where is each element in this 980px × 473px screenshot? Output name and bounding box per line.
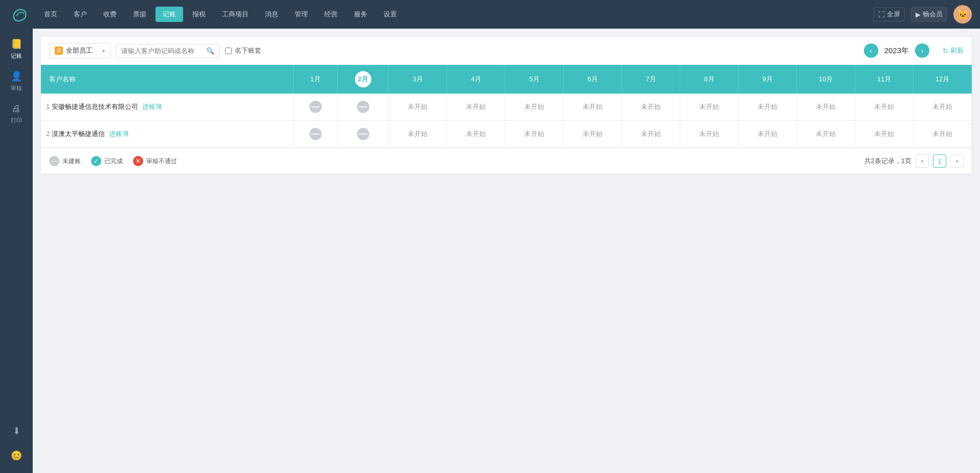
month-cell-3: 未开始 [389, 94, 447, 121]
nav-home[interactable]: 首页 [37, 7, 64, 22]
play-icon: ▶ [916, 11, 921, 18]
col-month-8: 8月 [680, 65, 739, 94]
month-cell-12: 未开始 [913, 121, 971, 148]
status-text: 未开始 [758, 103, 777, 110]
status-not-started-icon: — [357, 101, 369, 113]
refresh-button[interactable]: ↻ 刷新 [943, 46, 964, 55]
col-month-2: 2月 [337, 65, 389, 94]
toolbar: 员 全部员工 ▾ 🔍 名下账套 ‹ 2023年 › ↻ 刷新 [41, 37, 972, 65]
customer-cell: 2漠澳太平畅捷通信进账簿 [41, 121, 294, 148]
status-text: 未开始 [699, 130, 719, 138]
audit-icon: 👤 [10, 70, 23, 82]
status-text: 未开始 [408, 103, 428, 110]
nav-operation[interactable]: 经营 [317, 7, 345, 22]
customer-name: 安徽畅捷通信息技术有限公司 [52, 103, 138, 110]
avatar[interactable]: 🐱 [953, 5, 972, 24]
total-records: 共2条记录，1页 [864, 156, 911, 166]
my-ledger-toggle: 名下账套 [225, 46, 261, 55]
col-month-7: 7月 [622, 65, 680, 94]
sidebar-item-bookkeeping[interactable]: 📒 记账 [0, 33, 33, 65]
sidebar-audit-label: 审核 [11, 84, 22, 92]
fullscreen-button[interactable]: ⛶ 全屏 [874, 7, 905, 21]
sidebar: 📒 记账 👤 审核 🖨 打印 ⬇ 😊 [0, 29, 33, 473]
nav-bookkeeping[interactable]: 记账 [155, 7, 183, 22]
legend-completed: ✓ 已完成 [91, 156, 123, 166]
status-text: 未开始 [874, 130, 894, 138]
status-text: 未开始 [408, 130, 428, 138]
year-display: 2023年 [884, 46, 909, 56]
member-button[interactable]: ▶ 畅会员 [911, 7, 947, 21]
col-month-6: 6月 [564, 65, 622, 94]
nav-business[interactable]: 工商项目 [215, 7, 256, 22]
page-number-1[interactable]: 1 [933, 154, 946, 168]
bookkeeping-table: 客户名称 1月 2月 3月 4月 5月 6月 7月 8月 9月 10月 [41, 65, 972, 148]
status-text: 未开始 [524, 103, 544, 110]
status-text: 未开始 [524, 130, 544, 138]
employee-label: 全部员工 [66, 46, 99, 55]
legend-dot-red: ✕ [133, 156, 143, 166]
nav-service[interactable]: 服务 [347, 7, 374, 22]
month-cell-9: 未开始 [739, 94, 797, 121]
month-cell-11: 未开始 [855, 94, 914, 121]
legend-not-started: — 未建账 [49, 156, 81, 166]
col-month-4: 4月 [447, 65, 505, 94]
active-month-circle: 2月 [355, 71, 371, 87]
enter-ledger-link[interactable]: 进账簿 [109, 130, 129, 138]
month-cell-10: 未开始 [797, 121, 855, 148]
month-cell-8: 未开始 [680, 121, 739, 148]
col-month-11: 11月 [855, 65, 914, 94]
download-icon: ⬇ [10, 425, 23, 437]
status-text: 未开始 [583, 103, 603, 110]
customer-name: 漠澳太平畅捷通信 [52, 130, 105, 138]
prev-page-button[interactable]: ‹ [916, 154, 929, 168]
search-input[interactable] [121, 47, 203, 55]
nav-billing[interactable]: 收费 [96, 7, 124, 22]
month-cell-6: 未开始 [564, 121, 622, 148]
enter-ledger-link[interactable]: 进账簿 [142, 103, 162, 110]
month-cell-5: 未开始 [505, 121, 564, 148]
employee-select[interactable]: 员 全部员工 ▾ [49, 43, 110, 58]
sidebar-item-print[interactable]: 🖨 打印 [0, 97, 33, 129]
chevron-down-icon: ▾ [102, 48, 105, 54]
nav-items: 首页 客户 收费 票据 记账 报税 工商项目 消息 管理 经营 服务 设置 [37, 7, 874, 22]
col-customer-name: 客户名称 [41, 65, 294, 94]
app-logo [8, 3, 31, 26]
col-month-9: 9月 [739, 65, 797, 94]
nav-invoice[interactable]: 票据 [126, 7, 153, 22]
nav-tax[interactable]: 报税 [185, 7, 213, 22]
my-ledger-checkbox[interactable] [225, 48, 232, 54]
legend-dot-teal: ✓ [91, 156, 101, 166]
nav-management[interactable]: 管理 [287, 7, 315, 22]
table-footer: — 未建账 ✓ 已完成 ✕ 审核不通过 共2条记录，1页 ‹ 1 › [41, 148, 972, 174]
nav-settings[interactable]: 设置 [376, 7, 404, 22]
month-cell-12: 未开始 [913, 94, 971, 121]
nav-customer[interactable]: 客户 [66, 7, 94, 22]
sidebar-item-audit[interactable]: 👤 审核 [0, 65, 33, 97]
status-text: 未开始 [874, 103, 894, 110]
month-cell-8: 未开始 [680, 94, 739, 121]
status-text: 未开始 [641, 130, 661, 138]
month-cell-4: 未开始 [447, 121, 505, 148]
nav-message[interactable]: 消息 [258, 7, 285, 22]
table-header-row: 客户名称 1月 2月 3月 4月 5月 6月 7月 8月 9月 10月 [41, 65, 972, 94]
next-page-button[interactable]: › [950, 154, 964, 168]
refresh-icon: ↻ [943, 47, 948, 55]
prev-year-button[interactable]: ‹ [864, 43, 878, 58]
status-not-started-icon: — [309, 101, 322, 113]
next-year-button[interactable]: › [915, 43, 929, 58]
month-cell-6: 未开始 [564, 94, 622, 121]
row-number: 1 [46, 103, 50, 110]
customer-cell: 1安徽畅捷通信息技术有限公司进账簿 [41, 94, 294, 121]
search-input-wrap: 🔍 [116, 44, 220, 58]
sidebar-bottom: ⬇ 😊 [0, 420, 33, 473]
print-icon: 🖨 [10, 102, 23, 115]
search-icon[interactable]: 🔍 [206, 47, 214, 55]
month-cell-1: — [294, 121, 337, 148]
sidebar-item-help[interactable]: 😊 [0, 444, 33, 467]
month-cell-3: 未开始 [389, 121, 447, 148]
month-cell-7: 未开始 [622, 94, 680, 121]
month-cell-10: 未开始 [797, 94, 855, 121]
month-cell-7: 未开始 [622, 121, 680, 148]
refresh-label: 刷新 [950, 46, 964, 55]
sidebar-item-download[interactable]: ⬇ [0, 420, 33, 442]
